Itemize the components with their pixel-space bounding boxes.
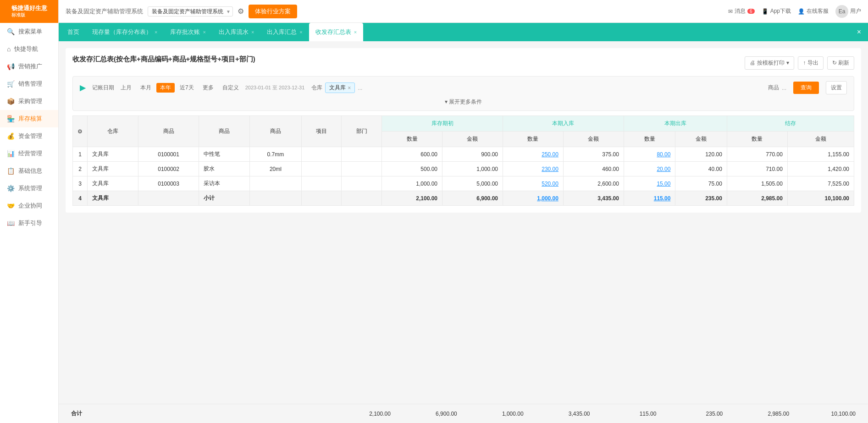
row-in-qty[interactable]: 520.00 bbox=[503, 176, 563, 191]
tab-close-in-out-summary[interactable]: × bbox=[299, 29, 302, 35]
date-btn-this-month[interactable]: 本月 bbox=[137, 83, 155, 93]
row-dept bbox=[342, 191, 382, 206]
search-icon: 🔍 bbox=[7, 28, 15, 35]
date-btn-this-year[interactable]: 本年 bbox=[156, 83, 175, 93]
sidebar-item-operation[interactable]: 📊 经营管理 bbox=[0, 145, 58, 162]
export-button[interactable]: ↑ 导出 bbox=[798, 56, 823, 70]
sidebar-item-quick-nav[interactable]: ⌂ 快捷导航 bbox=[0, 40, 58, 58]
th-open-qty: 数量 bbox=[382, 132, 442, 147]
row-open-amt: 1,000.00 bbox=[442, 162, 503, 176]
sidebar-item-purchase[interactable]: 📦 采购管理 bbox=[0, 93, 58, 110]
row-in-qty[interactable]: 230.00 bbox=[503, 162, 563, 176]
footer-spacer1 bbox=[159, 409, 187, 418]
th-dept: 部门 bbox=[342, 116, 382, 147]
tab-recv-send-label: 收发存汇总表 bbox=[315, 28, 351, 36]
date-filter-group: 记账日期 上月 本月 本年 近7天 更多 自定义 2023-01-01 至 20… bbox=[92, 83, 304, 93]
row-out-qty[interactable]: 115.00 bbox=[624, 191, 675, 206]
tab-batch-account[interactable]: 库存批次账 × bbox=[164, 23, 212, 41]
refresh-button[interactable]: ↻ 刷新 bbox=[827, 56, 854, 70]
row-in-amt: 375.00 bbox=[563, 147, 624, 162]
tab-in-out-flow[interactable]: 出入库流水 × bbox=[212, 23, 260, 41]
sidebar-item-marketing[interactable]: 📢 营销推广 bbox=[0, 58, 58, 75]
sidebar-item-sales[interactable]: 🛒 销售管理 bbox=[0, 75, 58, 93]
row-open-qty: 1,000.00 bbox=[382, 176, 442, 191]
tab-inventory-dist[interactable]: 现存量（库存分布表） × bbox=[86, 23, 164, 41]
row-out-qty[interactable]: 20.00 bbox=[624, 162, 675, 176]
logo-edition: 标准版 bbox=[11, 12, 47, 18]
filter-toggle[interactable]: ▶ bbox=[80, 83, 85, 92]
enterprise-icon: 🤝 bbox=[7, 202, 15, 209]
row-open-amt: 6,900.00 bbox=[442, 191, 503, 206]
tab-batch-account-label: 库存批次账 bbox=[170, 28, 200, 36]
warehouse-tag-text: 文具库 bbox=[329, 84, 346, 92]
sidebar-item-finance[interactable]: 💰 资金管理 bbox=[0, 127, 58, 145]
row-out-qty[interactable]: 15.00 bbox=[624, 176, 675, 191]
tab-close-in-out-flow[interactable]: × bbox=[251, 29, 254, 35]
message-item[interactable]: ✉ 消息 6 bbox=[728, 7, 755, 15]
tab-close-inventory-dist[interactable]: × bbox=[155, 29, 157, 35]
th-group-balance: 结存 bbox=[727, 116, 854, 132]
tab-in-out-summary[interactable]: 出入库汇总 × bbox=[260, 23, 309, 41]
footer-spacer2 bbox=[188, 409, 215, 418]
row-project bbox=[301, 191, 342, 206]
sidebar-item-inventory[interactable]: 🏪 库存核算 bbox=[0, 110, 58, 127]
row-dept bbox=[342, 176, 382, 191]
row-spec: 20ml bbox=[250, 162, 301, 176]
date-btn-7days[interactable]: 近7天 bbox=[176, 83, 198, 93]
tab-recv-send[interactable]: 收发存汇总表 × bbox=[309, 23, 363, 41]
tab-in-out-summary-label: 出入库汇总 bbox=[267, 28, 297, 36]
row-open-amt: 900.00 bbox=[442, 147, 503, 162]
tabbar-close-btn[interactable]: × bbox=[857, 28, 861, 36]
row-code: 0100002 bbox=[138, 162, 199, 176]
row-spec bbox=[250, 176, 301, 191]
online-service-label: 在线客服 bbox=[807, 7, 829, 15]
user-item[interactable]: Ea 用户 bbox=[835, 5, 861, 18]
sidebar-item-newbie[interactable]: 📖 新手引导 bbox=[0, 214, 58, 232]
row-in-qty[interactable]: 1,000.00 bbox=[503, 191, 563, 206]
date-btn-more[interactable]: 更多 bbox=[199, 83, 217, 93]
sidebar-item-basic-info[interactable]: 📋 基础信息 bbox=[0, 162, 58, 180]
date-btn-custom[interactable]: 自定义 bbox=[219, 83, 243, 93]
export-icon: ↑ bbox=[803, 60, 806, 66]
trial-button[interactable]: 体验行业方案 bbox=[249, 5, 297, 18]
topbar-system-selector[interactable]: 装备及固定资产辅助管理系统 bbox=[148, 6, 233, 16]
footer-out-amt: 235.00 bbox=[662, 409, 727, 418]
online-service-item[interactable]: 👤 在线客服 bbox=[798, 7, 829, 15]
product-filter-more[interactable]: ... bbox=[782, 85, 786, 91]
row-bal-amt: 10,100.00 bbox=[787, 191, 854, 206]
tab-home[interactable]: 首页 bbox=[61, 23, 86, 41]
row-warehouse: 文具库 bbox=[88, 191, 138, 206]
template-print-button[interactable]: 🖨 按模板打印 ▾ bbox=[745, 56, 794, 70]
query-button[interactable]: 查询 bbox=[793, 82, 819, 94]
tab-close-batch-account[interactable]: × bbox=[203, 29, 205, 35]
tabbar: 首页 现存量（库存分布表） × 库存批次账 × 出入库流水 × 出入库汇总 × … bbox=[59, 23, 868, 41]
footer-open-qty: 2,100.00 bbox=[330, 409, 395, 418]
app-download-item[interactable]: 📱 App下载 bbox=[762, 7, 791, 15]
warehouse-filter-label: 仓库 bbox=[311, 84, 322, 92]
table-row: 1文具库0100001中性笔0.7mm600.00900.00250.00375… bbox=[73, 147, 854, 162]
sidebar-item-search[interactable]: 🔍 搜索菜单 bbox=[0, 23, 58, 40]
message-icon: ✉ bbox=[728, 8, 733, 15]
row-open-qty: 2,100.00 bbox=[382, 191, 442, 206]
row-in-qty[interactable]: 250.00 bbox=[503, 147, 563, 162]
app-download-label: App下载 bbox=[770, 7, 791, 15]
product-filter-group: 商品 ... bbox=[768, 84, 786, 92]
row-open-qty: 500.00 bbox=[382, 162, 442, 176]
table-row: 3文具库0100003采访本1,000.005,000.00520.002,60… bbox=[73, 176, 854, 191]
warehouse-tag-close[interactable]: × bbox=[348, 85, 351, 91]
sidebar-label-search: 搜索菜单 bbox=[18, 27, 42, 36]
purchase-icon: 📦 bbox=[7, 98, 15, 105]
warehouse-filter-more[interactable]: ... bbox=[358, 85, 362, 91]
column-settings-button[interactable]: 设置 bbox=[826, 81, 847, 94]
row-bal-qty: 710.00 bbox=[727, 162, 787, 176]
sidebar-item-enterprise[interactable]: 🤝 企业协同 bbox=[0, 197, 58, 214]
tab-home-label: 首页 bbox=[67, 28, 79, 36]
th-group-in: 本期入库 bbox=[503, 116, 624, 132]
sidebar-item-system[interactable]: ⚙️ 系统管理 bbox=[0, 180, 58, 197]
table-settings-col[interactable]: ⚙ bbox=[73, 116, 88, 147]
settings-icon[interactable]: ⚙ bbox=[238, 7, 244, 16]
date-btn-last-month[interactable]: 上月 bbox=[117, 83, 135, 93]
expand-conditions-button[interactable]: ▾ 展开更多条件 bbox=[445, 98, 482, 106]
tab-close-recv-send[interactable]: × bbox=[354, 29, 357, 35]
row-out-qty[interactable]: 80.00 bbox=[624, 147, 675, 162]
